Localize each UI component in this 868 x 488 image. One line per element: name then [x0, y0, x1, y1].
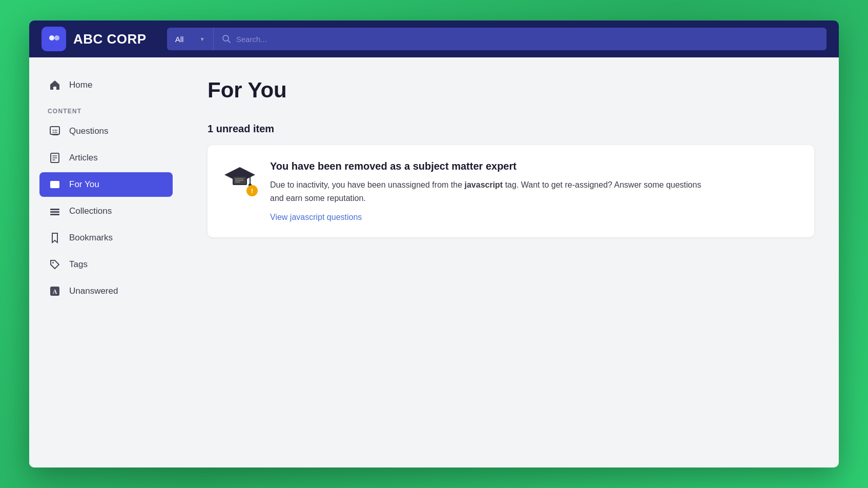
- svg-rect-9: [50, 181, 59, 188]
- warning-badge: !: [246, 185, 258, 196]
- company-name: ABC CORP: [73, 31, 147, 47]
- svg-rect-14: [50, 214, 59, 215]
- card-body-prefix: Due to inactivity, you have been unassig…: [270, 180, 464, 189]
- main-layout: Home CONTENT Questions: [29, 57, 839, 467]
- search-input[interactable]: [236, 35, 818, 44]
- questions-icon: [48, 124, 62, 138]
- search-filter-dropdown[interactable]: All ▼: [167, 28, 213, 50]
- tags-icon: [48, 257, 62, 272]
- app-window: ABC CORP All ▼: [29, 21, 839, 467]
- sidebar-item-for-you[interactable]: For You: [39, 172, 173, 197]
- content-area: For You 1 unread item: [183, 57, 839, 467]
- logo-icon: [42, 27, 66, 51]
- sidebar-item-unanswered[interactable]: A Unanswered: [39, 279, 173, 303]
- collections-icon: [48, 204, 62, 218]
- content-section-label: CONTENT: [39, 99, 173, 119]
- svg-point-15: [52, 262, 54, 263]
- unread-count: 1 unread item: [208, 123, 814, 135]
- for-you-icon: [48, 177, 62, 192]
- search-area: All ▼: [167, 28, 826, 50]
- sidebar: Home CONTENT Questions: [29, 57, 183, 467]
- svg-text:A: A: [53, 288, 57, 295]
- sidebar-item-articles[interactable]: Articles: [39, 146, 173, 170]
- svg-point-0: [49, 35, 54, 40]
- card-icon-area: !: [222, 160, 258, 196]
- svg-line-3: [228, 40, 230, 43]
- svg-rect-12: [50, 209, 59, 210]
- logo-area: ABC CORP: [42, 27, 147, 51]
- search-input-wrap: [213, 28, 826, 50]
- unanswered-icon: A: [48, 284, 62, 298]
- svg-point-1: [54, 35, 59, 40]
- card-content: You have been removed as a subject matte…: [270, 160, 800, 222]
- navbar: ABC CORP All ▼: [29, 21, 839, 57]
- search-icon: [222, 34, 231, 44]
- card-body: Due to inactivity, you have been unassig…: [270, 178, 800, 205]
- sidebar-item-bookmarks[interactable]: Bookmarks: [39, 226, 173, 250]
- sidebar-item-home[interactable]: Home: [39, 73, 173, 97]
- bookmarks-icon: [48, 231, 62, 245]
- view-javascript-questions-link[interactable]: View javascript questions: [270, 213, 362, 221]
- svg-rect-13: [50, 211, 59, 213]
- card-body-tag: javascript: [464, 180, 503, 189]
- notification-card: ! You have been removed as a subject mat…: [208, 145, 814, 237]
- card-title: You have been removed as a subject matte…: [270, 160, 800, 172]
- articles-icon: [48, 151, 62, 165]
- page-title: For You: [208, 78, 814, 103]
- sidebar-item-collections[interactable]: Collections: [39, 199, 173, 223]
- chevron-down-icon: ▼: [200, 36, 205, 42]
- home-icon: [48, 78, 62, 92]
- sidebar-item-tags[interactable]: Tags: [39, 252, 173, 277]
- sidebar-item-questions[interactable]: Questions: [39, 119, 173, 144]
